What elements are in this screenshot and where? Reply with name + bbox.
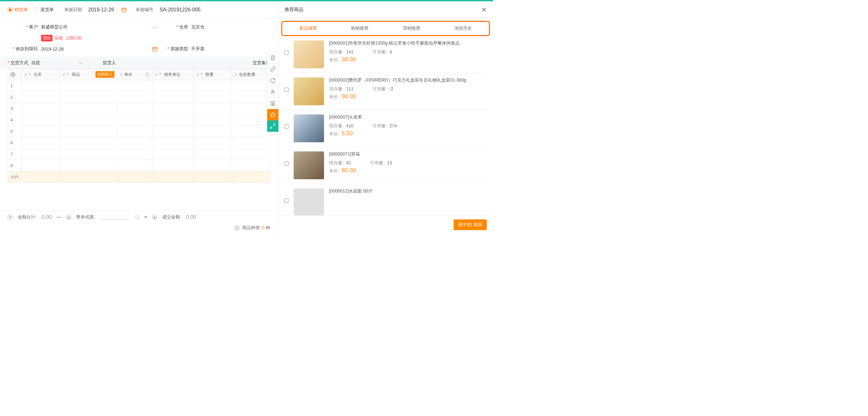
svg-rect-4 [153, 47, 157, 51]
doc-date-label: 单据日期 [64, 7, 82, 13]
radio-dot-icon [33, 7, 38, 12]
delivery-row: *交货方式 自提 提货人 交货备注 [0, 57, 278, 69]
close-icon[interactable]: ✕ [482, 6, 487, 13]
yen-box-icon[interactable] [267, 98, 278, 109]
payment-due-value[interactable]: 2019-12-26 [41, 46, 150, 52]
customer-value[interactable]: 新盛商贸公司 [41, 24, 148, 30]
select-return-button[interactable]: 选中(0) 返回 [454, 219, 487, 230]
discount-input[interactable] [100, 215, 129, 220]
product-item[interactable]: [0000007]火龙果 现存量:410 可用量:274 单价:5.50 [284, 110, 487, 147]
expand-icon[interactable] [267, 121, 278, 132]
field-picker[interactable]: 提货人 [103, 60, 116, 66]
minus-icon: — [57, 215, 61, 220]
note-icon[interactable] [267, 52, 278, 64]
total-amount: 0.00 [42, 214, 52, 220]
deal-amount: 0.00 [186, 214, 196, 220]
field-customer: *客户 新盛商贸公司 ··· [8, 22, 158, 33]
star-icon[interactable] [267, 109, 278, 121]
doc-no-value: SA-20191226-005 [160, 7, 201, 13]
svg-line-17 [271, 126, 272, 128]
table-row[interactable]: 4 [8, 115, 270, 126]
tab-history[interactable]: 浏览历史 [437, 22, 489, 35]
product-item[interactable]: [0000012]水晶梨 50斤 [284, 184, 487, 215]
tab-new[interactable]: 新品推荐 [282, 22, 334, 35]
product-price: 60.00 [342, 167, 356, 173]
field-payment-due: *收款到期日 2019-12-26 [8, 43, 158, 55]
product-image [293, 152, 324, 179]
invoice-type-value[interactable]: 不开票 [191, 46, 270, 52]
table-row[interactable]: 1 [8, 80, 270, 92]
chevron-down-icon [78, 61, 83, 65]
link-icon[interactable] [267, 64, 278, 75]
product-price: 38.00 [342, 56, 356, 63]
table-row[interactable]: 7 [8, 149, 270, 160]
col-price[interactable]: ▲▼单价ⓘ [117, 69, 152, 80]
product-list[interactable]: [0000001]华美华夫软饼1200g 糕点零食小吃手撕面包早餐休闲食品 现存… [278, 36, 493, 215]
customer-more-icon[interactable]: ··· [152, 25, 158, 30]
receivable-row: 现结 应收: 1390.00 [41, 35, 270, 41]
product-name: [0000007]火龙果 [329, 115, 487, 120]
doc-no-label: 单据编号 [135, 7, 153, 13]
top-bar: 销货单 退货单 单据日期 2019-12-26 单据编号 SA-20191226… [0, 1, 278, 18]
product-price: 5.50 [342, 130, 353, 136]
user-icon[interactable] [267, 86, 278, 98]
field-warehouse: *仓库 北京仓 [158, 22, 270, 33]
table-row[interactable]: 3 [8, 103, 270, 115]
table-row[interactable]: 2 [8, 92, 270, 103]
table-row[interactable]: 5 [8, 126, 270, 137]
warehouse-value[interactable]: 北京仓 [191, 24, 270, 30]
sort-icon: ▲▼ [24, 73, 27, 76]
panel-title: 推荐商品 [284, 7, 304, 13]
radio-sales-label: 销货单 [14, 7, 28, 13]
kinds-icon: ☷ [235, 226, 240, 231]
col-qty[interactable]: ▲▼*数量 [194, 69, 232, 80]
calendar-icon[interactable] [121, 7, 127, 13]
col-warehouse[interactable]: ▲▼*仓库 [22, 69, 60, 80]
svg-rect-0 [122, 8, 126, 12]
doc-type-radio-group: 销货单 退货单 [8, 7, 54, 13]
svg-marker-15 [271, 112, 275, 117]
product-item[interactable]: [00000071]草莓 现存量:41 可用量:13 单价:60.00 [284, 147, 487, 184]
tab-hot[interactable]: 热销推荐 [334, 22, 386, 35]
kinds-value: 0 [262, 225, 265, 230]
svg-point-8 [12, 74, 13, 75]
product-image [293, 188, 324, 215]
product-item[interactable]: [0000001]华美华夫软饼1200g 糕点零食小吃手撕面包早餐休闲食品 现存… [284, 36, 487, 73]
delivery-method-value: 自提 [31, 60, 40, 66]
col-settings[interactable] [8, 69, 22, 80]
field-delivery-method[interactable]: *交货方式 自提 [8, 60, 83, 66]
col-product[interactable]: ▲▼*商品扫码录入 [60, 69, 117, 80]
help-icon[interactable]: ⓘ [135, 214, 140, 220]
equals-icon: = [145, 215, 147, 220]
separator [59, 5, 59, 14]
product-checkbox[interactable] [284, 51, 288, 55]
radio-return-label: 退货单 [40, 7, 54, 13]
discount-icon: ⊘ [66, 215, 71, 220]
svg-point-13 [272, 90, 274, 92]
doc-date-value[interactable]: 2019-12-26 [88, 7, 114, 13]
table-row[interactable]: 8 [8, 160, 270, 171]
table-row[interactable]: 6 [8, 137, 270, 149]
product-item[interactable]: [0000002]费列罗（FERRERO）巧克力礼盒装生日礼物礼盒装01-300… [284, 73, 487, 110]
sort-icon: ▲▼ [196, 73, 199, 76]
calendar-icon[interactable] [152, 46, 158, 52]
help-icon[interactable]: ⓘ [146, 72, 150, 77]
product-checkbox[interactable] [284, 88, 288, 92]
product-image [293, 77, 324, 105]
sort-icon: ▲▼ [120, 73, 122, 76]
radio-return[interactable]: 退货单 [33, 7, 54, 13]
sort-icon: ▲▼ [155, 73, 157, 76]
scan-badge[interactable]: 扫码录入 [95, 71, 115, 78]
refresh-icon[interactable] [267, 75, 278, 86]
side-toolbar [267, 52, 278, 132]
col-pack-qty[interactable]: ▲▼包装数量 [232, 69, 270, 80]
product-name: [0000002]费列罗（FERRERO）巧克力礼盒装生日礼物礼盒装01-300… [329, 77, 487, 83]
product-checkbox[interactable] [284, 198, 288, 203]
footer-bar: ¥ 金额合计: 0.00 — ⊘ 整单优惠: ⓘ = ⊕ 成交金额: 0.00 … [0, 211, 278, 234]
product-checkbox[interactable] [284, 162, 288, 166]
product-price: 90.00 [342, 93, 356, 100]
product-checkbox[interactable] [284, 125, 288, 129]
tab-slow[interactable]: 滞销推荐 [385, 22, 437, 35]
radio-sales[interactable]: 销货单 [8, 7, 28, 13]
col-unit[interactable]: ▲▼*销售单位 [152, 69, 194, 80]
